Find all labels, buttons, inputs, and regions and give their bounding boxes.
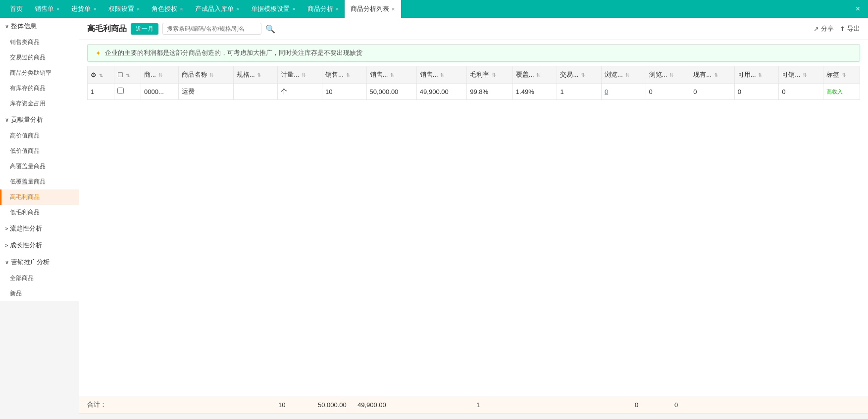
close-tab-icon[interactable]: ×: [236, 6, 239, 12]
col-header-available[interactable]: 可用... ⇅: [734, 66, 779, 84]
sidebar-item-交易过的商品[interactable]: 交易过的商品: [0, 50, 79, 65]
footer-sale-count: 10: [275, 401, 315, 409]
sidebar-item-新品[interactable]: 新品: [0, 286, 79, 301]
sort-icon: ⇅: [256, 72, 261, 78]
nav-item-产成品入库单[interactable]: 产成品入库单×: [189, 0, 245, 18]
cell-name: 运费: [178, 84, 233, 100]
sidebar-group-成长性分析[interactable]: >成长性分析: [0, 237, 79, 254]
col-header-browse2[interactable]: 浏览... ⇅: [646, 66, 690, 84]
sidebar-item-有库存的商品[interactable]: 有库存的商品: [0, 81, 79, 96]
sidebar: ∨整体信息销售类商品交易过的商品商品分类助销率有库存的商品库存资金占用∨贡献量分…: [0, 18, 79, 301]
info-bar: ✦ 企业的主要的利润都是这部分商品创造的，可考虑加大推广，同时关注库存是不要出现…: [87, 44, 860, 62]
col-header-unit[interactable]: 计量... ⇅: [278, 66, 322, 84]
sidebar-item-高毛利商品[interactable]: 高毛利商品: [0, 189, 79, 205]
close-tab-icon[interactable]: ×: [93, 6, 96, 12]
sidebar-group-label: 整体信息: [11, 22, 37, 31]
sidebar-item-商品分类助销率[interactable]: 商品分类助销率: [0, 65, 79, 81]
close-tab-icon[interactable]: ×: [336, 6, 339, 12]
sidebar-item-库存资金占用[interactable]: 库存资金占用: [0, 96, 79, 111]
sidebar-item-全部商品[interactable]: 全部商品: [0, 271, 79, 286]
nav-item-单据模板设置[interactable]: 单据模板设置×: [245, 0, 301, 18]
sort-icon: ⇅: [439, 72, 445, 78]
col-header-tag[interactable]: 标签 ⇅: [823, 66, 860, 84]
close-all-btn[interactable]: ×: [852, 4, 864, 13]
col-header-settings[interactable]: ⚙ ⇅: [88, 66, 114, 84]
cell-code: 0000...: [141, 84, 178, 100]
sidebar-group-整体信息[interactable]: ∨整体信息: [0, 18, 79, 35]
cell-sale_amount: 50,000.00: [366, 84, 416, 100]
sidebar-group-贡献量分析[interactable]: ∨贡献量分析: [0, 111, 79, 128]
sidebar-group-流趋性分析[interactable]: >流趋性分析: [0, 220, 79, 237]
close-tab-icon[interactable]: ×: [56, 6, 59, 12]
nav-item-权限设置[interactable]: 权限设置×: [102, 0, 146, 18]
table-container[interactable]: ⚙ ⇅☐ ⇅商... ⇅商品名称 ⇅规格... ⇅计量... ⇅销售... ⇅销…: [79, 66, 868, 396]
search-input[interactable]: [162, 23, 261, 35]
sort-icon: ⇅: [840, 72, 846, 78]
footer-saleable: 0: [671, 401, 711, 409]
col-header-checkbox[interactable]: ☐ ⇅: [114, 66, 141, 84]
cell-index: 1: [88, 84, 114, 100]
col-header-gross_margin[interactable]: 毛利率 ⇅: [467, 66, 513, 84]
sidebar-item-低毛利商品[interactable]: 低毛利商品: [0, 205, 79, 220]
close-tab-icon[interactable]: ×: [137, 6, 140, 12]
close-tab-icon[interactable]: ×: [292, 6, 295, 12]
nav-item-首页[interactable]: 首页: [4, 0, 29, 18]
scroll-bar[interactable]: [79, 413, 868, 419]
sort-icon: ⇅: [124, 73, 130, 78]
row-checkbox[interactable]: [117, 88, 124, 94]
col-header-spec[interactable]: 规格... ⇅: [233, 66, 278, 84]
nav-item-商品分析[interactable]: 商品分析×: [302, 0, 345, 18]
sort-icon: ⇅: [668, 72, 673, 78]
col-header-sale_count[interactable]: 销售... ⇅: [322, 66, 366, 84]
footer-label: 合计：: [87, 400, 117, 409]
footer-available: 0: [632, 401, 671, 409]
cell-sale_count: 10: [322, 84, 366, 100]
content-header: 高毛利商品 近一月 🔍 ↗ 分享 ⬆ 导出: [79, 18, 868, 40]
share-button[interactable]: ↗ 分享: [814, 24, 834, 33]
nav-item-销售单[interactable]: 销售单×: [29, 0, 65, 18]
cell-gross_margin: 99.8%: [467, 84, 513, 100]
browse-link[interactable]: 0: [605, 88, 608, 95]
col-header-browse1[interactable]: 浏览... ⇅: [601, 66, 646, 84]
cell-tag: 高收入: [823, 84, 860, 100]
sidebar-group-label: 营销推广分析: [11, 258, 50, 267]
col-header-sale_amount[interactable]: 销售... ⇅: [366, 66, 416, 84]
sidebar-item-高覆盖量商品[interactable]: 高覆盖量商品: [0, 159, 79, 174]
nav-item-商品分析列表[interactable]: 商品分析列表×: [345, 0, 401, 18]
main-layout: ∨整体信息销售类商品交易过的商品商品分类助销率有库存的商品库存资金占用∨贡献量分…: [0, 18, 868, 419]
col-header-sale_profit[interactable]: 销售... ⇅: [416, 66, 466, 84]
sort-icon: ⇅: [757, 72, 763, 78]
sidebar-item-低覆盖量商品[interactable]: 低覆盖量商品: [0, 174, 79, 189]
sidebar-group-label: 流趋性分析: [10, 224, 42, 233]
search-button[interactable]: 🔍: [265, 24, 275, 34]
cell-checkbox: [114, 84, 141, 100]
sidebar-item-销售类商品[interactable]: 销售类商品: [0, 35, 79, 50]
sidebar-item-低价值商品[interactable]: 低价值商品: [0, 143, 79, 159]
nav-item-角色授权[interactable]: 角色授权×: [146, 0, 189, 18]
period-button[interactable]: 近一月: [131, 23, 158, 35]
export-button[interactable]: ⬆ 导出: [840, 24, 860, 33]
close-tab-icon[interactable]: ×: [180, 6, 183, 12]
col-header-code[interactable]: 商... ⇅: [141, 66, 178, 84]
close-tab-icon[interactable]: ×: [392, 6, 395, 12]
info-icon: ✦: [96, 49, 101, 57]
col-header-coverage[interactable]: 覆盖... ⇅: [512, 66, 557, 84]
tag-label: 高收入: [826, 89, 843, 94]
footer-sale-amount: 50,000.00: [315, 401, 355, 409]
cell-trade: 1: [557, 84, 602, 100]
col-header-name[interactable]: 商品名称 ⇅: [178, 66, 233, 84]
share-icon: ↗: [814, 25, 819, 33]
sort-icon: ⇅: [208, 72, 214, 78]
sort-icon: ⇅: [490, 72, 496, 78]
col-header-trade[interactable]: 交易... ⇅: [557, 66, 602, 84]
cell-available: 0: [734, 84, 779, 100]
sort-icon: ⇅: [801, 72, 807, 78]
col-header-current[interactable]: 现有... ⇅: [690, 66, 735, 84]
col-header-saleable[interactable]: 可销... ⇅: [779, 66, 823, 84]
nav-item-进货单[interactable]: 进货单×: [65, 0, 102, 18]
sort-icon: ⇅: [624, 72, 629, 78]
cell-browse1[interactable]: 0: [601, 84, 646, 100]
sidebar-group-营销推广分析[interactable]: ∨营销推广分析: [0, 254, 79, 271]
sidebar-item-高价值商品[interactable]: 高价值商品: [0, 128, 79, 143]
cell-saleable: 0: [779, 84, 823, 100]
